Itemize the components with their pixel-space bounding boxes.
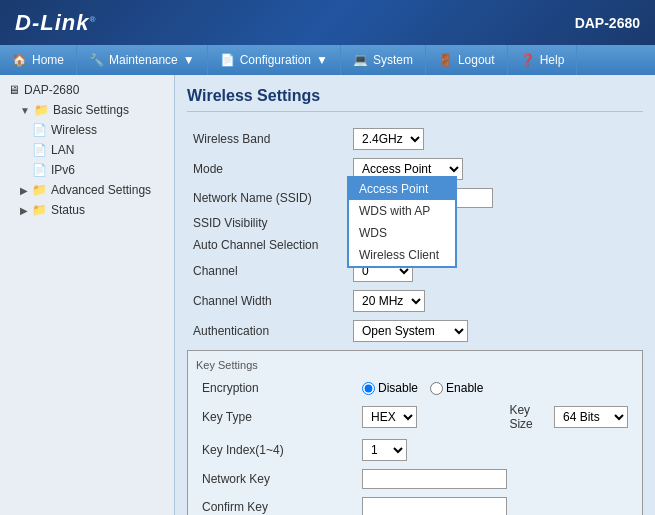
ssid-label: Network Name (SSID): [187, 184, 347, 212]
key-size-select[interactable]: 64 Bits 128 Bits: [554, 406, 628, 428]
encryption-label: Encryption: [196, 377, 356, 399]
key-type-select[interactable]: HEX ASCII: [362, 406, 417, 428]
expand-icon2: ▶: [20, 185, 28, 196]
network-key-label: Network Key: [196, 465, 356, 493]
doc-icon-lan: 📄: [32, 143, 47, 157]
chevron-down-icon2: ▼: [316, 53, 328, 67]
dropdown-item-access-point[interactable]: Access Point: [349, 178, 455, 200]
chevron-down-icon: ▼: [183, 53, 195, 67]
folder-icon3: 📁: [32, 203, 47, 217]
sidebar-item-root[interactable]: 🖥 DAP-2680: [0, 80, 174, 100]
expand-icon: ▼: [20, 105, 30, 116]
sidebar-item-wireless[interactable]: 📄 Wireless: [0, 120, 174, 140]
encryption-disable-radio[interactable]: [362, 382, 375, 395]
content-area: Wireless Settings Wireless Band 2.4GHz 5…: [175, 75, 655, 515]
encryption-radio-group: Disable Enable: [362, 381, 483, 395]
encryption-enable-label: Enable: [446, 381, 483, 395]
nav-maintenance-label: Maintenance: [109, 53, 178, 67]
sidebar: 🖥 DAP-2680 ▼ 📁 Basic Settings 📄 Wireless…: [0, 75, 175, 515]
dropdown-item-wds-with-ap[interactable]: WDS with AP: [349, 200, 455, 222]
nav-configuration-label: Configuration: [240, 53, 311, 67]
channel-width-label: Channel Width: [187, 286, 347, 316]
wireless-band-label: Wireless Band: [187, 124, 347, 154]
authentication-label: Authentication: [187, 316, 347, 346]
sidebar-root-label: DAP-2680: [24, 83, 79, 97]
sidebar-ipv6-label: IPv6: [51, 163, 75, 177]
maintenance-icon: 🔧: [89, 53, 104, 67]
confirm-key-label: Confirm Key: [196, 493, 356, 515]
key-size-label: Key Size: [489, 399, 548, 435]
sidebar-item-status[interactable]: ▶ 📁 Status: [0, 200, 174, 220]
nav-logout[interactable]: 🚪 Logout: [426, 45, 508, 75]
channel-label: Channel: [187, 256, 347, 286]
key-index-label: Key Index(1~4): [196, 435, 356, 465]
authentication-select[interactable]: Open System Shared Key WPA-Personal WPA2…: [353, 320, 468, 342]
folder-icon: 📁: [34, 103, 49, 117]
folder-icon2: 📁: [32, 183, 47, 197]
nav-maintenance[interactable]: 🔧 Maintenance ▼: [77, 45, 208, 75]
sidebar-status-label: Status: [51, 203, 85, 217]
expand-icon3: ▶: [20, 205, 28, 216]
doc-icon-ipv6: 📄: [32, 163, 47, 177]
confirm-key-input[interactable]: [362, 497, 507, 515]
dropdown-item-wireless-client[interactable]: Wireless Client: [349, 244, 455, 266]
nav-help-label: Help: [540, 53, 565, 67]
ssid-visibility-label: SSID Visibility: [187, 212, 347, 234]
mode-label: Mode: [187, 154, 347, 184]
network-key-input[interactable]: [362, 469, 507, 489]
page-title: Wireless Settings: [187, 87, 643, 112]
encryption-disable-label: Disable: [378, 381, 418, 395]
key-settings-title: Key Settings: [196, 359, 634, 371]
sidebar-advanced-label: Advanced Settings: [51, 183, 151, 197]
logout-icon: 🚪: [438, 53, 453, 67]
channel-width-select[interactable]: 20 MHz 40 MHz: [353, 290, 425, 312]
wireless-band-select[interactable]: 2.4GHz 5GHz: [353, 128, 424, 150]
sidebar-item-lan[interactable]: 📄 LAN: [0, 140, 174, 160]
help-icon: ❓: [520, 53, 535, 67]
nav-logout-label: Logout: [458, 53, 495, 67]
header: D-Link® DAP-2680: [0, 0, 655, 45]
nav-system[interactable]: 💻 System: [341, 45, 426, 75]
doc-icon-wireless: 📄: [32, 123, 47, 137]
config-icon: 📄: [220, 53, 235, 67]
sidebar-wireless-label: Wireless: [51, 123, 97, 137]
nav-home-label: Home: [32, 53, 64, 67]
nav-system-label: System: [373, 53, 413, 67]
mode-dropdown[interactable]: Access Point WDS with AP WDS Wireless Cl…: [347, 176, 457, 268]
dropdown-item-wds[interactable]: WDS: [349, 222, 455, 244]
navbar: 🏠 Home 🔧 Maintenance ▼ 📄 Configuration ▼…: [0, 45, 655, 75]
computer-icon: 🖥: [8, 83, 20, 97]
nav-configuration[interactable]: 📄 Configuration ▼: [208, 45, 341, 75]
auto-channel-label: Auto Channel Selection: [187, 234, 347, 256]
encryption-enable-radio[interactable]: [430, 382, 443, 395]
encryption-enable-option[interactable]: Enable: [430, 381, 483, 395]
key-index-select[interactable]: 1 2 3 4: [362, 439, 407, 461]
home-icon: 🏠: [12, 53, 27, 67]
model-name: DAP-2680: [575, 15, 640, 31]
logo: D-Link®: [15, 10, 96, 36]
key-settings-form: Encryption Disable Enable: [196, 377, 634, 515]
nav-help[interactable]: ❓ Help: [508, 45, 578, 75]
key-type-label: Key Type: [196, 399, 356, 435]
sidebar-basic-settings-label: Basic Settings: [53, 103, 129, 117]
trademark: ®: [89, 14, 96, 23]
sidebar-item-ipv6[interactable]: 📄 IPv6: [0, 160, 174, 180]
nav-home[interactable]: 🏠 Home: [0, 45, 77, 75]
sidebar-item-advanced-settings[interactable]: ▶ 📁 Advanced Settings: [0, 180, 174, 200]
settings-form: Wireless Band 2.4GHz 5GHz Mode Access Po…: [187, 124, 643, 346]
key-settings-section: Key Settings Encryption Disable Enable: [187, 350, 643, 515]
encryption-disable-option[interactable]: Disable: [362, 381, 418, 395]
sidebar-lan-label: LAN: [51, 143, 74, 157]
main-layout: 🖥 DAP-2680 ▼ 📁 Basic Settings 📄 Wireless…: [0, 75, 655, 515]
sidebar-item-basic-settings[interactable]: ▼ 📁 Basic Settings: [0, 100, 174, 120]
system-icon: 💻: [353, 53, 368, 67]
